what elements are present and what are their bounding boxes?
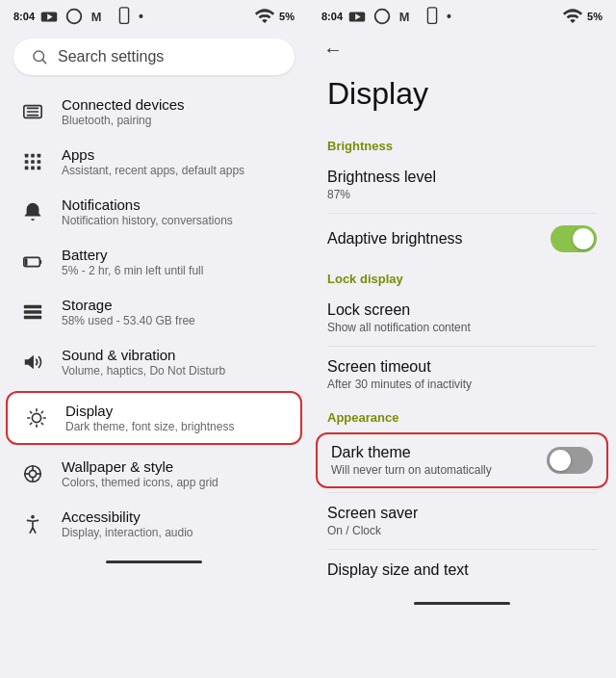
storage-text: Storage 58% used - 53.40 GB free [62, 297, 195, 327]
detail-dark-theme[interactable]: Dark theme Will never turn on automatica… [316, 432, 608, 488]
svg-point-32 [29, 470, 36, 477]
svg-rect-18 [24, 305, 41, 309]
right-status-bar: 8:04 M • 5% [308, 0, 616, 31]
left-panel: 8:04 M • 5% Search settings Connecte [0, 0, 308, 678]
sound-text: Sound & vibration Volume, haptics, Do No… [62, 347, 225, 378]
svg-rect-10 [25, 160, 29, 164]
svg-line-30 [41, 411, 42, 412]
svg-line-27 [30, 411, 31, 412]
dark-theme-toggle-knob [550, 450, 571, 471]
svg-rect-9 [38, 154, 41, 158]
left-time: 8:04 [13, 11, 35, 22]
svg-rect-41 [427, 8, 436, 24]
settings-item-connected[interactable]: Connected devices Bluetooth, pairing [4, 87, 304, 137]
dark-theme-toggle[interactable] [547, 447, 593, 474]
moon-icon [64, 6, 85, 27]
left-status-bar: 8:04 M • 5% [0, 0, 308, 31]
svg-point-37 [31, 515, 35, 519]
right-youtube-icon [346, 6, 368, 27]
battery-icon [19, 248, 46, 275]
settings-item-sound[interactable]: Sound & vibration Volume, haptics, Do No… [4, 337, 304, 387]
sound-icon [19, 349, 46, 376]
phone-icon [114, 6, 135, 27]
right-phone-icon [422, 6, 443, 27]
right-moon-icon [372, 6, 393, 27]
dot-indicator: • [139, 9, 143, 24]
svg-text:M: M [399, 10, 410, 24]
svg-rect-3 [119, 8, 128, 24]
svg-line-29 [30, 423, 31, 424]
svg-point-22 [32, 413, 40, 422]
detail-screen-saver[interactable]: Screen saver On / Clock [308, 493, 616, 549]
right-dot: • [447, 9, 451, 24]
right-battery: 5% [587, 11, 603, 22]
right-panel: 8:04 M • 5% ← Display Brightness Brightn… [308, 0, 616, 678]
svg-rect-11 [31, 160, 35, 164]
notifications-text: Notifications Notification history, conv… [62, 196, 233, 227]
accessibility-icon [19, 510, 46, 537]
screen-timeout-row: Screen timeout [327, 358, 597, 376]
detail-lock-screen[interactable]: Lock screen Show all notification conten… [308, 290, 616, 346]
section-brightness-label: Brightness [308, 131, 616, 157]
settings-item-accessibility[interactable]: Accessibility Display, interaction, audi… [4, 499, 304, 549]
left-status-right: 5% [254, 6, 295, 27]
right-status-right: 5% [562, 6, 603, 27]
settings-item-apps[interactable]: Apps Assistant, recent apps, default app… [4, 137, 304, 187]
adaptive-brightness-toggle[interactable] [551, 225, 597, 252]
svg-line-5 [42, 60, 45, 63]
right-m-icon: M [397, 6, 418, 27]
toggle-knob [573, 228, 594, 249]
left-status-left: 8:04 M • [13, 6, 143, 27]
svg-text:M: M [91, 10, 102, 24]
section-appearance-label: Appearance [308, 403, 616, 429]
back-arrow-icon: ← [323, 39, 343, 60]
detail-display-size[interactable]: Display size and text [308, 550, 616, 590]
detail-adaptive-brightness[interactable]: Adaptive brightness [308, 214, 616, 264]
svg-rect-20 [24, 316, 41, 320]
wifi-icon-right [562, 6, 583, 27]
search-input[interactable]: Search settings [58, 48, 164, 65]
page-title: Display [308, 61, 616, 131]
search-icon [31, 48, 48, 65]
svg-line-28 [41, 423, 42, 424]
search-bar[interactable]: Search settings [13, 39, 295, 75]
battery-text-left: 5% [279, 11, 295, 22]
notifications-icon [19, 198, 46, 225]
apps-text: Apps Assistant, recent apps, default app… [62, 146, 244, 177]
display-size-row: Display size and text [327, 561, 597, 579]
svg-rect-13 [25, 167, 29, 170]
svg-rect-15 [38, 167, 41, 170]
wallpaper-icon [19, 460, 46, 487]
storage-icon [19, 299, 46, 326]
svg-rect-19 [24, 310, 41, 314]
left-bottom-line [106, 561, 202, 563]
settings-item-notifications[interactable]: Notifications Notification history, conv… [4, 187, 304, 237]
wifi-icon-left [254, 6, 275, 27]
youtube-icon [38, 6, 60, 27]
svg-marker-21 [25, 355, 34, 370]
accessibility-text: Accessibility Display, interaction, audi… [62, 508, 193, 539]
svg-rect-14 [31, 167, 35, 170]
apps-icon [19, 148, 46, 175]
battery-text: Battery 5% - 2 hr, 6 min left until full [62, 247, 203, 277]
settings-list: Connected devices Bluetooth, pairing App… [0, 87, 308, 678]
svg-rect-17 [25, 258, 28, 265]
detail-brightness-level[interactable]: Brightness level 87% [308, 157, 616, 213]
wallpaper-text: Wallpaper & style Colors, themed icons, … [62, 458, 218, 489]
m-icon: M [89, 6, 110, 27]
svg-rect-7 [25, 154, 29, 158]
detail-screen-timeout[interactable]: Screen timeout After 30 minutes of inact… [308, 347, 616, 403]
settings-item-wallpaper[interactable]: Wallpaper & style Colors, themed icons, … [4, 449, 304, 499]
connected-text: Connected devices Bluetooth, pairing [62, 96, 185, 127]
display-text: Display Dark theme, font size, brightnes… [65, 403, 234, 433]
adaptive-brightness-row: Adaptive brightness [327, 225, 597, 252]
back-button[interactable]: ← [308, 31, 616, 61]
settings-item-display[interactable]: Display Dark theme, font size, brightnes… [6, 391, 302, 445]
settings-item-battery[interactable]: Battery 5% - 2 hr, 6 min left until full [4, 237, 304, 287]
lock-screen-row: Lock screen [327, 301, 597, 319]
settings-item-storage[interactable]: Storage 58% used - 53.40 GB free [4, 287, 304, 337]
svg-rect-8 [31, 154, 35, 158]
dark-theme-row: Dark theme Will never turn on automatica… [331, 444, 593, 477]
right-status-left: 8:04 M • [321, 6, 451, 27]
screen-saver-row: Screen saver [327, 505, 597, 522]
